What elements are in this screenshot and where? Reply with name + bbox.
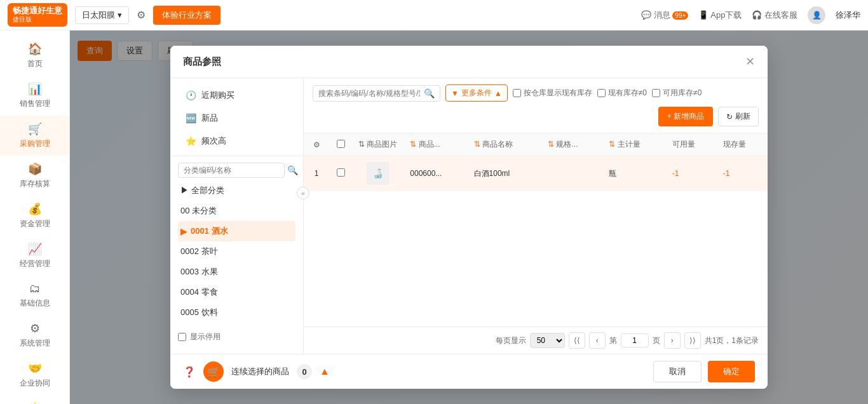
select-all-checkbox[interactable]	[337, 140, 345, 148]
online-service[interactable]: 🎧 在线客服	[752, 10, 797, 21]
table-settings-icon[interactable]: ⚙	[313, 140, 320, 149]
page-suffix: 页	[653, 335, 660, 346]
brand-selector[interactable]: 日太阳膜 ▾	[75, 6, 129, 24]
app-icon: 📱	[698, 10, 709, 20]
show-disabled-checkbox[interactable]	[178, 333, 186, 341]
sidebar-item-label: 采购管理	[20, 138, 50, 149]
first-page-button[interactable]: ⟨⟨	[569, 332, 585, 349]
business-icon: 📈	[28, 242, 42, 256]
stock-not-zero-checkbox[interactable]	[597, 89, 606, 97]
cancel-button[interactable]: 取消	[653, 361, 702, 382]
menu-item-new[interactable]: 🆕 新品	[178, 107, 295, 129]
page-input[interactable]	[621, 333, 649, 347]
refresh-icon: ↻	[726, 112, 733, 121]
sidebar-item-label: 库存核算	[20, 178, 50, 189]
sort-icon: ⇅	[474, 140, 480, 149]
menu-item-label: 新品	[201, 112, 218, 124]
category-item-alcohol[interactable]: ▶ 0001 酒水	[178, 221, 295, 241]
category-item-fruit[interactable]: 0003 水果	[178, 262, 295, 282]
by-warehouse-label: 按仓库显示现有库存	[524, 88, 592, 98]
next-page-button[interactable]: ›	[664, 332, 681, 349]
available-not-zero-label: 可用库存≠0	[663, 88, 702, 98]
sidebar-item-enterprise[interactable]: 🤝 企业协同	[0, 355, 69, 395]
user-avatar: 👤	[808, 6, 825, 24]
prev-page-button[interactable]: ‹	[589, 332, 606, 349]
col-setting: ⚙	[304, 133, 329, 156]
help-icon[interactable]: ❓	[183, 366, 196, 378]
star-icon: ⭐	[186, 136, 196, 146]
sidebar-item-label: 基础信息	[20, 298, 50, 309]
menu-item-label: 频次高	[201, 135, 226, 147]
category-search-input[interactable]	[178, 163, 285, 178]
modal-title: 商品参照	[183, 56, 221, 68]
show-disabled: 显示停用	[170, 327, 303, 347]
last-page-button[interactable]: ⟩⟩	[684, 332, 701, 349]
row-checkbox	[329, 156, 352, 191]
confirm-button[interactable]: 确定	[708, 361, 755, 382]
sidebar-item-finance[interactable]: 💰 资金管理	[0, 196, 69, 236]
cart-icon[interactable]: 🛒	[203, 361, 224, 382]
menu-item-frequent[interactable]: ⭐ 频次高	[178, 130, 295, 152]
check-available-not-zero: 可用库存≠0	[652, 88, 702, 98]
sidebar-item-business[interactable]: 📈 经营管理	[0, 236, 69, 276]
category-item-tea[interactable]: 0002 茶叶	[178, 241, 295, 262]
collapse-icon[interactable]: ▲	[320, 366, 330, 377]
sales-icon: 📊	[28, 82, 42, 96]
sidebar-item-inventory[interactable]: 📦 库存核算	[0, 156, 69, 196]
row-select-checkbox[interactable]	[337, 168, 345, 177]
category-item-snack[interactable]: 0004 零食	[178, 282, 295, 302]
sidebar-item-system[interactable]: ⚙ 系统管理	[0, 315, 69, 355]
chevron-down-icon: ▾	[118, 10, 122, 20]
available-not-zero-checkbox[interactable]	[652, 89, 660, 97]
sidebar-item-label: 销售管理	[20, 98, 50, 109]
col-stock-header: 现存量	[717, 133, 768, 156]
headset-icon: 🎧	[752, 10, 762, 20]
category-item-uncategorized[interactable]: 00 未分类	[178, 201, 295, 221]
cat-item-label: 0002 茶叶	[180, 246, 218, 257]
product-search-icon[interactable]: 🔍	[424, 88, 435, 98]
per-page-select[interactable]: 50 100	[530, 333, 565, 348]
settings-icon[interactable]: ⚙	[137, 9, 146, 21]
by-warehouse-checkbox[interactable]	[513, 89, 521, 97]
pagination: 每页显示 50 100 ⟨⟨ ‹ 第 页 › ⟩⟩	[304, 327, 768, 354]
menu-item-recent[interactable]: 🕐 近期购买	[178, 84, 295, 106]
top-nav: 畅捷通好生意 捷目版 日太阳膜 ▾ ⚙ 体验行业方案 💬 消息 99+ 📱 Ap…	[0, 0, 868, 30]
table-row[interactable]: 1 🍶 000600... 白酒100ml	[304, 156, 768, 191]
product-reference-modal: 商品参照 ✕ 🕐 近期购买 🆕	[170, 46, 768, 389]
row-unit: 瓶	[602, 156, 665, 191]
app-download-label: App下载	[710, 10, 742, 20]
category-item-all[interactable]: ▶ 全部分类	[178, 180, 295, 201]
trial-button[interactable]: 体验行业方案	[153, 6, 220, 25]
modal-close-button[interactable]: ✕	[745, 55, 755, 69]
footer-buttons: 取消 确定	[653, 361, 755, 382]
message-label: 消息	[654, 10, 670, 20]
sidebar-item-guide[interactable]: 🌟 新手引导	[0, 395, 69, 404]
check-by-warehouse: 按仓库显示现有库存	[513, 88, 592, 98]
sidebar-item-basic[interactable]: 🗂 基础信息	[0, 276, 69, 315]
product-search-input[interactable]	[318, 89, 420, 98]
refresh-button[interactable]: ↻ 刷新	[718, 107, 759, 126]
message-area[interactable]: 💬 消息 99+	[641, 10, 688, 21]
sidebar-item-home[interactable]: 🏠 首页	[0, 36, 69, 76]
row-image: 🍶	[352, 156, 403, 191]
sidebar-item-sales[interactable]: 📊 销售管理	[0, 76, 69, 116]
modal-overlay: 商品参照 ✕ 🕐 近期购买 🆕	[70, 30, 868, 404]
app-download[interactable]: 📱 App下载	[698, 10, 742, 21]
add-product-button[interactable]: + 新增商品	[658, 107, 713, 126]
col-checkbox	[329, 133, 352, 156]
left-panel: 🕐 近期购买 🆕 新品 ⭐ 频次高	[170, 78, 304, 354]
category-search-icon[interactable]: 🔍	[287, 165, 298, 175]
sidebar-item-purchase[interactable]: 🛒 采购管理	[0, 116, 69, 156]
category-list: ▶ 全部分类 00 未分类 ▶ 0001 酒水 0002 茶叶	[170, 180, 303, 327]
left-panel-collapse-button[interactable]: «	[297, 187, 309, 199]
modal-header: 商品参照 ✕	[170, 46, 768, 78]
category-item-drinks[interactable]: 0005 饮料	[178, 302, 295, 323]
sort-icon: ⇅	[410, 140, 416, 149]
toolbar-right: + 新增商品 ↻ 刷新	[658, 107, 759, 126]
row-code: 000600...	[403, 156, 467, 191]
logo-sub: 捷目版	[13, 15, 62, 24]
modal-footer: ❓ 🛒 连续选择的商品 0 ▲ 取消 确定	[170, 354, 768, 389]
cat-item-label: 0004 零食	[180, 286, 218, 298]
home-icon: 🏠	[28, 42, 42, 56]
filter-more-button[interactable]: ▼ 更多条件 ▲	[445, 84, 508, 102]
